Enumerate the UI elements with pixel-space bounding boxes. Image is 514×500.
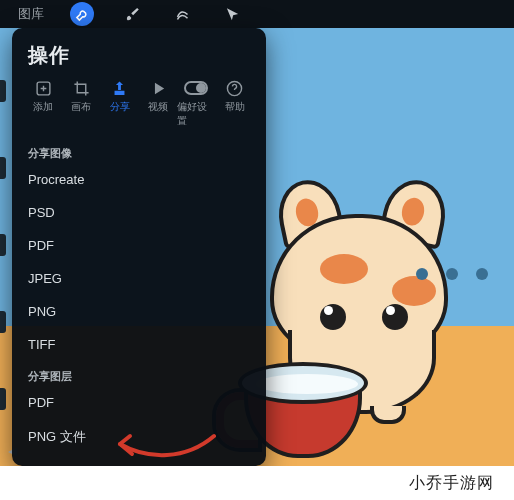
tab-help[interactable]: 帮助 [216,79,254,128]
ellipsis-dots [416,268,488,280]
brush-icon[interactable] [120,2,144,26]
tab-label: 帮助 [225,100,245,114]
tab-share[interactable]: 分享 [101,79,139,128]
tab-label: 添加 [33,100,53,114]
tab-plus-box[interactable]: 添加 [24,79,62,128]
tab-label: 视频 [148,100,168,114]
wrench-icon[interactable] [70,2,94,26]
actions-panel: 操作 添加画布分享视频偏好设置帮助 分享图像ProcreatePSDPDFJPE… [12,28,266,466]
crop-icon [73,79,90,97]
section-title: 分享图层 [12,361,266,386]
app-window: 图库 [0,0,514,466]
svg-point-2 [197,84,205,92]
panel-title: 操作 [12,28,266,77]
export-option[interactable]: TIFF [12,328,266,361]
watermark-bar: 小乔手游网 [0,466,514,500]
tab-crop[interactable]: 画布 [62,79,100,128]
cat-drawing [270,180,460,390]
section-title: 分享图像 [12,138,266,163]
left-edge-sliders[interactable] [0,60,6,430]
tab-label: 分享 [110,100,130,114]
tab-play[interactable]: 视频 [139,79,177,128]
export-option[interactable]: PDF [12,229,266,262]
gallery-button[interactable]: 图库 [18,5,44,23]
cursor-icon[interactable] [220,2,244,26]
export-option[interactable]: PNG [12,295,266,328]
tab-label: 偏好设置 [177,100,215,128]
tab-label: 画布 [71,100,91,114]
tab-toggle[interactable]: 偏好设置 [177,79,215,128]
export-option[interactable]: JPEG [12,262,266,295]
plus-box-icon [35,79,52,97]
export-option[interactable]: PNG 文件 [12,419,266,455]
panel-tabs: 添加画布分享视频偏好设置帮助 [12,77,266,138]
smudge-icon[interactable] [170,2,194,26]
play-icon [150,79,167,97]
help-icon [226,79,243,97]
top-toolbar: 图库 [0,0,514,28]
share-icon [111,79,128,97]
export-option[interactable]: Procreate [12,163,266,196]
watermark-text: 小乔手游网 [409,473,494,494]
export-option[interactable]: PSD [12,196,266,229]
export-option[interactable]: PDF [12,386,266,419]
toggle-icon [184,79,208,97]
